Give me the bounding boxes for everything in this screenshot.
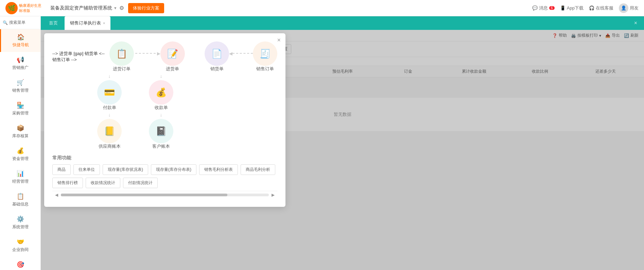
title-dropdown-icon[interactable]: ▾	[114, 5, 117, 11]
sidebar-search[interactable]: 🔍 搜索菜单	[0, 16, 40, 29]
scroll-thumb	[61, 194, 227, 196]
logo-text: 畅康通好生意 标准版	[19, 3, 41, 13]
receipt-circle: 💰	[149, 80, 173, 105]
sidebar-item-inventory[interactable]: 📦 库存核算	[0, 120, 40, 143]
tab-close-icon[interactable]: ×	[103, 21, 105, 25]
topbar-right: 💬 消息 6 📱 App下载 🎧 在线客服 👤 用友	[532, 3, 639, 13]
flow-sales-bill[interactable]: 📄 销货单	[205, 41, 229, 72]
logo: 🌿 畅康通好生意 标准版	[5, 2, 46, 14]
download-icon: 📱	[560, 5, 565, 11]
message-btn[interactable]: 💬 消息 6	[532, 5, 555, 11]
message-badge: 6	[549, 6, 555, 10]
sales-icon: 🛒	[17, 79, 24, 86]
flow-purchase-order[interactable]: 📋 进货订单	[109, 41, 134, 72]
sales-order-label: 销售订单	[256, 66, 274, 72]
quick-icon: 🏠	[17, 33, 24, 41]
online-service-btn[interactable]: 🎧 在线客服	[589, 5, 613, 11]
search-icon: 🔍	[3, 20, 8, 25]
common-btn-payment-stat[interactable]: 付款情况统计	[123, 178, 158, 188]
common-functions-title: 常用功能	[52, 155, 277, 161]
purchase-order-circle: 📋	[109, 41, 134, 66]
sidebar-item-operation[interactable]: 📊 经营管理	[0, 166, 40, 188]
flow-receipt[interactable]: 💰 收款单	[149, 80, 173, 111]
common-btn-sales-profit[interactable]: 销售毛利分析表	[199, 164, 238, 175]
flow-purchase-bill[interactable]: 📝 进货单	[160, 41, 185, 72]
supplier-account-circle: 📒	[97, 119, 122, 143]
flow-modal: × --> 进货单 [gap] 销货单 <-- 销售订单 --> 📋 进货订单 …	[44, 33, 285, 207]
sales-bill-label: 销货单	[210, 66, 224, 72]
sidebar-item-corp[interactable]: 🤝 企业协同	[0, 234, 40, 257]
common-btn-sales-rank[interactable]: 销售排行榜	[52, 178, 83, 188]
supplier-account-label: 供应商账本	[99, 143, 121, 149]
sidebar-item-quick[interactable]: 🏠 快捷导航	[0, 29, 40, 52]
purchase-icon: 🏪	[17, 102, 24, 109]
user-btn[interactable]: 👤 用友	[619, 3, 639, 13]
common-btns-row1: 商品 往来单位 现存量(库存状况表) 现存量(库存分布表) 销售毛利分析表 商品…	[52, 164, 277, 175]
common-btn-goods-profit[interactable]: 商品毛利分析	[241, 164, 275, 175]
marketing-icon: 📢	[17, 56, 24, 64]
flow-customer-account[interactable]: 📓 客户账本	[149, 119, 173, 149]
purchase-bill-circle: 📝	[160, 41, 185, 66]
modal-overlay: × --> 进货单 [gap] 销货单 <-- 销售订单 --> 📋 进货订单 …	[41, 30, 644, 270]
sidebar-item-sales[interactable]: 🛒 销售管理	[0, 75, 40, 97]
payment-circle: 💳	[97, 80, 122, 105]
operation-icon: 📊	[17, 170, 24, 177]
scroll-left-btn[interactable]: ◀	[55, 193, 58, 197]
settings-icon[interactable]: ⚙	[119, 5, 124, 11]
sidebar-item-finance[interactable]: 💰 资金管理	[0, 143, 40, 166]
tab-bar: 首页 销售订单执行表 × ×	[41, 16, 644, 30]
common-btn-stock-status[interactable]: 现存量(库存状况表)	[103, 164, 148, 175]
purchase-bill-label: 进货单	[166, 66, 179, 72]
sidebar-item-system[interactable]: ⚙️ 系统管理	[0, 211, 40, 234]
sales-order-circle: 🧾	[253, 41, 277, 66]
purchase-order-label: 进货订单	[113, 66, 130, 72]
sidebar-item-marketing[interactable]: 📢 营销推广	[0, 52, 40, 75]
modal-close-btn[interactable]: ×	[277, 37, 281, 44]
inventory-icon: 📦	[17, 124, 24, 132]
guide-icon: 🎯	[17, 261, 24, 268]
message-icon: 💬	[532, 5, 538, 11]
trial-button[interactable]: 体验行业方案	[128, 3, 164, 13]
payment-label: 付款单	[103, 105, 116, 111]
common-btn-goods[interactable]: 商品	[52, 164, 71, 175]
system-name: 装备及固定资产辅助管理系统	[50, 5, 112, 11]
service-icon: 🎧	[589, 5, 594, 11]
finance-icon: 💰	[17, 147, 24, 155]
avatar: 👤	[619, 3, 628, 13]
corp-icon: 🤝	[17, 238, 24, 246]
common-btn-receipt-stat[interactable]: 收款情况统计	[86, 178, 120, 188]
tab-home[interactable]: 首页	[43, 16, 63, 30]
common-btn-stock-dist[interactable]: 现存量(库存分布表)	[151, 164, 196, 175]
basic-icon: 📋	[17, 193, 24, 200]
sales-bill-circle: 📄	[205, 41, 229, 66]
system-icon: ⚙️	[17, 215, 24, 223]
sidebar-item-purchase[interactable]: 🏪 采购管理	[0, 97, 40, 120]
system-title: 装备及固定资产辅助管理系统 ▾	[50, 5, 117, 11]
scroll-right-btn[interactable]: ▶	[272, 193, 275, 197]
logo-icon: 🌿	[5, 2, 18, 14]
tab-bar-close-btn[interactable]: ×	[630, 20, 641, 26]
sidebar-item-basic[interactable]: 📋 基础信息	[0, 188, 40, 211]
common-btn-partner[interactable]: 往来单位	[73, 164, 100, 175]
flow-supplier-account[interactable]: 📒 供应商账本	[97, 119, 122, 149]
scroll-track	[61, 194, 269, 196]
flow-sales-order[interactable]: 🧾 销售订单	[253, 41, 277, 72]
app-download-btn[interactable]: 📱 App下载	[560, 5, 584, 11]
scroll-area: ◀ ▶	[52, 191, 277, 199]
content-body: ❓ 帮助 🖨️ 按模板打印 ▾ 📤 导出 �	[41, 30, 644, 270]
customer-account-circle: 📓	[149, 119, 173, 143]
tab-sales-order[interactable]: 销售订单执行表 ×	[65, 16, 110, 30]
common-btns-row2: 销售排行榜 收款情况统计 付款情况统计	[52, 178, 277, 188]
receipt-label: 收款单	[155, 105, 168, 111]
flow-payment[interactable]: 💳 付款单	[97, 80, 122, 111]
sidebar: 🔍 搜索菜单 🏠 快捷导航 📢 营销推广 🛒 销售管理 🏪 采购管理 📦	[0, 16, 41, 270]
sidebar-item-guide[interactable]: 🎯 新手引导	[0, 257, 40, 270]
customer-account-label: 客户账本	[152, 143, 170, 149]
